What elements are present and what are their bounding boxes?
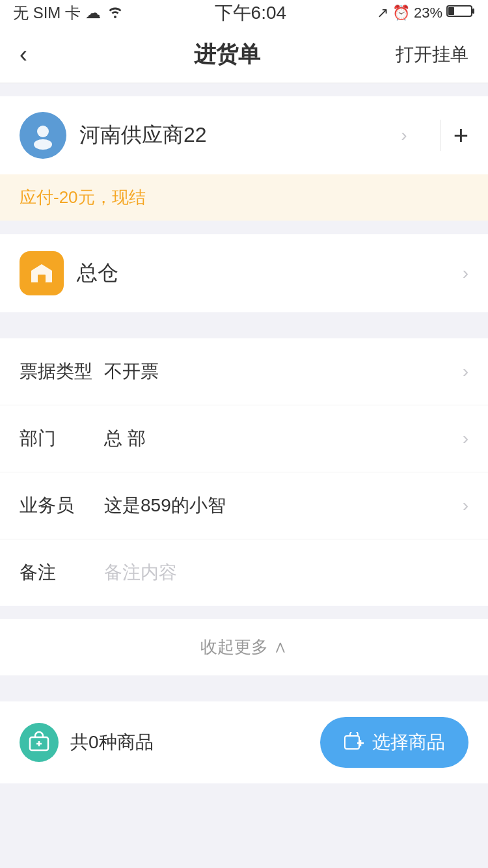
top-gap (0, 83, 488, 96)
remark-label: 备注 (20, 560, 104, 585)
battery-text: 23% (414, 5, 442, 21)
alarm-icon: ⏰ (392, 5, 410, 21)
back-button[interactable]: ‹ (20, 41, 59, 68)
supplier-chevron-icon: › (401, 125, 407, 146)
invoice-label: 票据类型 (20, 359, 104, 384)
notice-bar: 应付-20元，现结 (0, 174, 488, 221)
remark-input[interactable]: 备注内容 (104, 560, 468, 585)
status-bar: 无 SIM 卡 ☁ 下午6:04 ↗ ⏰ 23% (0, 0, 488, 26)
department-value: 总 部 (104, 426, 463, 451)
svg-rect-2 (448, 7, 454, 15)
product-count-area: 共0种商品 (20, 723, 154, 762)
status-time: 下午6:04 (215, 1, 287, 25)
bottom-bar: 共0种商品 选择商品 (0, 701, 488, 783)
form-section: 票据类型 不开票 › 部门 总 部 › 业务员 这是859的小智 › 备注 备注… (0, 338, 488, 606)
salesperson-label: 业务员 (20, 493, 104, 518)
invoice-row[interactable]: 票据类型 不开票 › (0, 338, 488, 405)
open-pending-button[interactable]: 打开挂单 (396, 42, 468, 67)
invoice-chevron-icon: › (463, 361, 468, 382)
svg-point-3 (37, 126, 49, 137)
remark-row[interactable]: 备注 备注内容 (0, 539, 488, 606)
product-count-text: 共0种商品 (70, 730, 154, 755)
select-product-icon (344, 732, 364, 753)
supplier-row[interactable]: 河南供应商22 › + (0, 96, 488, 174)
supplier-name: 河南供应商22 (79, 121, 401, 150)
page-background (0, 783, 488, 868)
svg-rect-5 (38, 275, 46, 282)
svg-rect-9 (345, 736, 359, 749)
select-product-button[interactable]: 选择商品 (320, 717, 468, 768)
battery-icon (446, 4, 475, 22)
department-chevron-icon: › (463, 428, 468, 449)
page-title: 进货单 (194, 40, 260, 70)
gap-2 (0, 312, 488, 325)
status-left: 无 SIM 卡 ☁ (13, 3, 124, 23)
wifi-icon (106, 4, 124, 22)
svg-point-4 (34, 139, 52, 150)
warehouse-row[interactable]: 总仓 › (0, 234, 488, 312)
notice-text: 应付-20元，现结 (20, 187, 146, 207)
status-right: ↗ ⏰ 23% (377, 4, 475, 22)
gap-3 (0, 675, 488, 688)
divider (440, 120, 441, 151)
select-product-label: 选择商品 (372, 730, 445, 755)
supplier-section: 河南供应商22 › + 应付-20元，现结 (0, 96, 488, 221)
invoice-value: 不开票 (104, 359, 463, 384)
add-supplier-button[interactable]: + (454, 122, 468, 148)
sim-status: 无 SIM 卡 ☁ (13, 3, 101, 23)
collapse-button[interactable]: 收起更多 ∧ (0, 619, 488, 675)
department-row[interactable]: 部门 总 部 › (0, 405, 488, 472)
warehouse-name: 总仓 (77, 259, 463, 288)
supplier-avatar (20, 112, 66, 159)
salesperson-chevron-icon: › (463, 495, 468, 516)
salesperson-row[interactable]: 业务员 这是859的小智 › (0, 472, 488, 539)
salesperson-value: 这是859的小智 (104, 493, 463, 518)
warehouse-section: 总仓 › (0, 234, 488, 312)
location-icon: ↗ (377, 5, 388, 21)
warehouse-chevron-icon: › (463, 263, 468, 284)
product-icon (20, 723, 59, 762)
svg-rect-1 (472, 8, 474, 14)
nav-bar: ‹ 进货单 打开挂单 (0, 26, 488, 83)
collapse-label: 收起更多 ∧ (200, 636, 287, 658)
gap-1 (0, 221, 488, 234)
department-label: 部门 (20, 426, 104, 451)
warehouse-icon (20, 251, 64, 295)
